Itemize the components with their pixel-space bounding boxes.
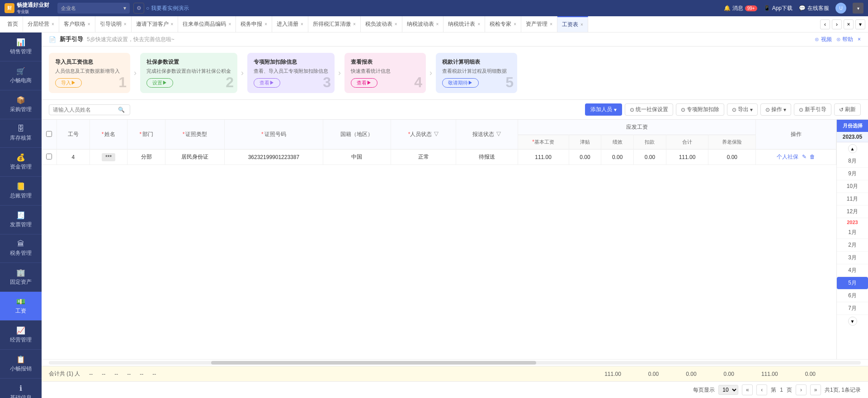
step-5-btn: 敬请期待▶ <box>442 78 479 88</box>
page-next-btn[interactable]: › <box>796 384 807 395</box>
sidebar-item-expense[interactable]: 📋 小畅报销 <box>0 350 42 379</box>
page-first-btn[interactable]: « <box>742 384 753 395</box>
search-input[interactable] <box>53 107 116 113</box>
action-social-btn[interactable]: 个人社保 <box>777 154 798 160</box>
month-item-6[interactable]: 6月 <box>837 290 868 302</box>
step-card-4: 查看报表 快速查看统计信息 查看▶ 4 <box>344 53 426 93</box>
user-menu-btn[interactable]: ▾ <box>853 3 863 14</box>
tab-1[interactable]: 分层经营× <box>23 16 59 33</box>
search-icon[interactable]: 🔍 <box>118 107 125 113</box>
step-2-btn[interactable]: 设置▶ <box>146 78 173 88</box>
refresh-btn[interactable]: ↺ 刷新 <box>834 103 861 116</box>
add-person-btn[interactable]: 添加人员 ▾ <box>585 103 622 116</box>
month-item-10[interactable]: 10月 <box>837 180 868 193</box>
app-download-btn[interactable]: 📱 App下载 <box>764 5 793 12</box>
hscrollbar[interactable] <box>49 361 861 365</box>
month-item-11[interactable]: 11月 <box>837 193 868 206</box>
guide-help-btn[interactable]: ⊙ 帮助 <box>836 36 853 43</box>
month-item-4[interactable]: 4月 <box>837 264 868 277</box>
action-delete-icon[interactable]: 🗑 <box>810 154 815 160</box>
step-2-title: 社保参数设置 <box>146 58 231 66</box>
user-avatar[interactable]: U <box>835 3 846 14</box>
social-insurance-btn[interactable]: ⊙ 统一社保设置 <box>625 103 673 116</box>
sidebar-item-management[interactable]: 📈 经营管理 <box>0 321 42 350</box>
guide-bar-icon: 📄 <box>49 36 56 43</box>
tab-4[interactable]: 邀请下游客户× <box>132 16 179 33</box>
sidebar-item-invoice[interactable]: 🧾 发票管理 <box>0 206 42 234</box>
topbar: 财 畅捷通好业财 专业版 企业名 ▾ ⚙ ○ 我要看实例演示 🔔 消息 99+ … <box>0 0 868 16</box>
month-item-3[interactable]: 3月 <box>837 252 868 264</box>
sidebar-item-ecom[interactable]: 🛒 小畅电商 <box>0 61 42 90</box>
tab-7[interactable]: 进入清册× <box>272 16 308 33</box>
page-last-btn[interactable]: » <box>810 384 821 395</box>
guide-close-btn[interactable]: × <box>858 36 861 42</box>
tab-13[interactable]: 资产管理× <box>521 16 557 33</box>
tab-8[interactable]: 所得税汇算清缴× <box>308 16 361 33</box>
sidebar-item-ledger[interactable]: 📒 总账管理 <box>0 177 42 206</box>
month-item-8[interactable]: 8月 <box>837 155 868 168</box>
tab-more-btn[interactable]: ▾ <box>855 19 865 29</box>
step-4-btn[interactable]: 查看▶ <box>351 78 377 88</box>
tab-5[interactable]: 往来单位商品编码× <box>178 16 236 33</box>
page-size-select[interactable]: 10 20 50 <box>718 385 738 395</box>
current-page: 1 <box>780 387 783 393</box>
sidebar-label-assets: 固定资产 <box>3 278 39 286</box>
tab-2[interactable]: 客户联络× <box>59 16 95 33</box>
export-arrow: ▾ <box>750 107 753 113</box>
tab-salary[interactable]: 工资表× <box>557 16 588 33</box>
sidebar-label-inventory: 库存核算 <box>3 134 39 142</box>
page-prev-btn[interactable]: ‹ <box>756 384 767 395</box>
tab-6[interactable]: 税务申报× <box>236 16 272 33</box>
month-item-1[interactable]: 1月 <box>837 226 868 239</box>
filter-icon-report[interactable]: ▽ <box>496 131 501 137</box>
select-all-checkbox[interactable] <box>46 131 52 137</box>
tab-12[interactable]: 税检专家× <box>485 16 521 33</box>
sidebar-item-tax[interactable]: 🏛 税务管理 <box>0 234 42 263</box>
tab-home[interactable]: 首页 <box>3 16 23 33</box>
step-3-btn[interactable]: 查看▶ <box>254 78 280 88</box>
tab-3[interactable]: 引导说明× <box>95 16 132 33</box>
sidebar-item-sales[interactable]: 📊 销售管理 <box>0 33 42 61</box>
month-down-btn[interactable]: ▼ <box>848 317 857 326</box>
sidebar-item-purchase[interactable]: 📦 采购管理 <box>0 90 42 119</box>
online-service-btn[interactable]: 💬 在线客服 <box>799 5 829 12</box>
month-item-2[interactable]: 2月 <box>837 239 868 252</box>
tab-prev-btn[interactable]: ‹ <box>820 19 830 29</box>
tab-close-all-btn[interactable]: × <box>844 19 854 29</box>
hscrollbar-thumb[interactable] <box>211 361 536 365</box>
sidebar-label-salary: 工资 <box>3 307 39 315</box>
filter-icon-status[interactable]: ▽ <box>434 131 439 137</box>
service-icon: 💬 <box>799 5 806 11</box>
sidebar-item-salary[interactable]: 💵 工资 <box>0 292 42 321</box>
step-1-btn[interactable]: 导入▶ <box>55 78 82 88</box>
th-name: 姓名 <box>90 120 127 150</box>
special-deduction-btn[interactable]: ⊙ 专项附加扣除 <box>676 103 724 116</box>
settings-icon[interactable]: ⚙ <box>133 3 144 14</box>
tab-10[interactable]: 纳税波动表× <box>402 16 444 33</box>
table-area-container: 工号 姓名 部门 证照类型 证照号码 国籍（地区） *人员状态 ▽ 报送状态 ▽… <box>42 120 868 359</box>
export-btn[interactable]: ⊙ 导出 ▾ <box>727 103 758 116</box>
month-item-7[interactable]: 7月 <box>837 302 868 315</box>
sidebar-item-inventory[interactable]: 🗄 库存核算 <box>0 119 42 148</box>
month-item-9[interactable]: 9月 <box>837 168 868 180</box>
month-item-12[interactable]: 12月 <box>837 206 868 218</box>
sidebar-item-assets[interactable]: 🏢 固定资产 <box>0 263 42 292</box>
th-id-no: 证照号码 <box>225 120 323 150</box>
company-selector[interactable]: 企业名 ▾ <box>57 3 130 14</box>
row-checkbox[interactable] <box>46 154 52 159</box>
tab-next-btn[interactable]: › <box>832 19 842 29</box>
sidebar-item-basic[interactable]: ℹ 基础信息 <box>0 379 42 398</box>
step-1-title: 导入员工资信息 <box>55 58 124 66</box>
footer-totals: 111.00 0.00 0.00 0.00 111.00 0.00 <box>604 371 816 377</box>
action-edit-icon[interactable]: ✎ <box>802 154 807 160</box>
month-up-btn[interactable]: ▲ <box>848 144 857 153</box>
message-btn[interactable]: 🔔 消息 99+ <box>724 5 757 12</box>
operations-btn[interactable]: ⊙ 操作 ▾ <box>760 103 791 116</box>
new-guide-btn[interactable]: ⊙ 新手引导 <box>794 103 831 116</box>
tab-9[interactable]: 税负波动表× <box>361 16 402 33</box>
month-item-5[interactable]: 5月 <box>837 277 868 290</box>
tab-11[interactable]: 纳税统计表× <box>443 16 485 33</box>
demo-link[interactable]: ○ 我要看实例演示 <box>146 5 189 12</box>
sidebar-item-finance[interactable]: 💰 资金管理 <box>0 148 42 177</box>
guide-video-btn[interactable]: ⊙ 视频 <box>815 36 831 43</box>
